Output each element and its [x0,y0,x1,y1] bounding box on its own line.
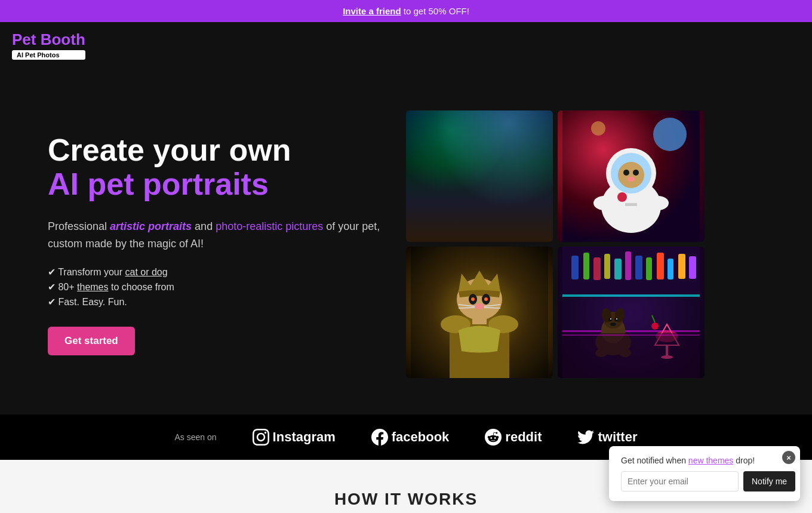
top-banner: Invite a friend to get 50% OFF! [0,0,812,22]
reddit-logo: reddit [485,429,542,446]
hero-description: Professional artistic portraits and phot… [48,218,382,253]
svg-point-23 [633,170,639,176]
svg-point-8 [470,171,488,188]
feature-cat-dog: ✔ Transform your cat or dog [48,266,382,278]
hero-image-cat-armor [406,247,553,378]
svg-rect-58 [689,256,696,279]
svg-rect-12 [475,201,479,213]
svg-rect-51 [614,259,622,279]
cat-armor-placeholder [406,247,553,378]
hero-image-cat-astronaut [558,110,705,242]
facebook-text: facebook [392,429,450,445]
hero-link-realistic[interactable]: photo-realistic pictures [216,220,323,232]
svg-rect-56 [668,259,673,279]
hero-text: Create your own AI pet portraits Profess… [48,133,382,356]
reddit-icon [485,429,502,446]
facebook-logo: facebook [371,429,450,446]
hero-title-line1: Create your own [48,133,382,167]
notify-popup: × Get notified when new themes drop! Not… [609,446,800,501]
cat-or-dog-link[interactable]: cat or dog [125,267,167,277]
svg-rect-53 [635,256,642,279]
svg-rect-4 [411,206,548,242]
as-seen-label: As seen on [175,432,217,442]
themes-link[interactable]: themes [77,282,108,292]
notify-input-row: Notify me [621,471,788,492]
feature-themes: ✔ 80+ themes to choose from [48,281,382,293]
notify-text-suffix: drop! [733,456,755,465]
svg-rect-52 [625,251,631,280]
svg-point-63 [651,322,659,330]
svg-rect-55 [657,253,664,279]
svg-rect-45 [562,294,700,297]
svg-line-40 [459,308,475,308]
svg-point-17 [591,121,605,136]
svg-rect-47 [571,256,579,279]
svg-point-7 [467,175,491,201]
notify-email-input[interactable] [621,471,739,492]
svg-point-70 [608,318,612,321]
dog-aurora-placeholder [406,110,553,242]
svg-point-72 [610,318,611,320]
svg-point-5 [420,197,539,221]
hero-features: ✔ Transform your cat or dog ✔ 80+ themes… [48,266,382,308]
hero-image-dog-bar [558,247,705,378]
svg-rect-54 [646,257,652,280]
svg-point-37 [484,297,488,301]
notify-close-button[interactable]: × [782,451,795,464]
facebook-icon [371,429,388,446]
svg-point-21 [618,162,644,188]
hero-italic-portraits: artistic portraits [110,220,192,232]
hero-images-grid [406,110,705,378]
instagram-text: Instagram [273,429,336,445]
brand-booth: Booth [41,30,85,48]
svg-rect-13 [482,201,487,213]
notify-text: Get notified when new themes drop! [621,456,788,465]
dog-bar-placeholder [558,247,705,378]
hero-image-dog-aurora [406,110,553,242]
notify-new-themes-link[interactable]: new themes [688,456,733,465]
svg-point-38 [475,303,484,309]
twitter-logo: twitter [577,429,637,446]
svg-line-42 [484,308,500,308]
svg-rect-57 [678,254,685,279]
svg-point-71 [614,318,618,321]
svg-rect-26 [625,203,637,206]
hero-section: Create your own AI pet portraits Profess… [0,68,812,414]
svg-rect-48 [583,253,589,279]
svg-point-25 [617,192,627,202]
brand-name: Pet Booth [12,30,85,49]
svg-point-22 [623,170,629,176]
svg-rect-11 [467,201,472,213]
instagram-logo: Instagram [253,429,336,446]
svg-rect-77 [562,333,700,378]
svg-point-24 [628,177,635,182]
svg-rect-50 [604,254,610,279]
svg-point-16 [653,118,687,151]
brand-pet: Pet [12,30,41,48]
svg-rect-0 [411,110,548,242]
notify-text-prefix: Get notified when [621,456,688,465]
svg-rect-14 [489,201,494,213]
brand-subtitle: AI Pet Photos [12,50,85,60]
svg-rect-46 [562,330,700,332]
twitter-icon [577,429,594,446]
svg-point-9 [471,171,477,180]
svg-point-10 [482,171,488,180]
cat-astronaut-placeholder [558,110,705,242]
brand-wrapper: Pet Booth AI Pet Photos [12,30,85,60]
svg-point-73 [616,318,617,320]
invite-link[interactable]: Invite a friend [343,6,401,16]
reddit-text: reddit [505,429,542,445]
instagram-icon [253,429,269,446]
twitter-text: twitter [598,429,637,445]
hero-title-line2: AI pet portraits [48,167,382,201]
feature-fast: ✔ Fast. Easy. Fun. [48,296,382,308]
svg-point-27 [593,196,615,210]
navbar: Pet Booth AI Pet Photos [0,22,812,68]
notify-submit-button[interactable]: Notify me [743,471,795,492]
svg-rect-1 [411,110,548,242]
svg-point-6 [459,188,500,218]
svg-point-3 [423,125,494,155]
get-started-button[interactable]: Get started [48,327,135,355]
banner-text: to get 50% OFF! [401,6,469,16]
